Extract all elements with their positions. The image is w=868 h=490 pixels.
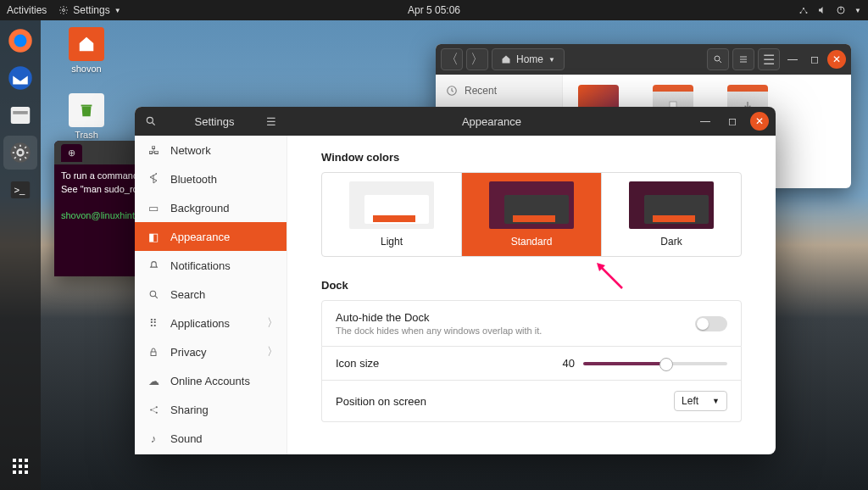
power-icon bbox=[836, 5, 846, 15]
svg-point-8 bbox=[8, 66, 32, 90]
section-dock: Dock bbox=[321, 279, 742, 292]
theme-standard[interactable]: Standard bbox=[462, 173, 602, 256]
search-icon bbox=[713, 54, 723, 64]
gear-icon bbox=[58, 5, 69, 15]
trash-icon bbox=[77, 101, 96, 120]
dock-terminal[interactable]: >_ bbox=[3, 173, 37, 207]
svg-rect-10 bbox=[13, 111, 28, 114]
settings-title: Settings bbox=[195, 115, 235, 128]
iconsize-label: Icon size bbox=[336, 357, 379, 370]
maximize-button[interactable]: ◻ bbox=[723, 112, 742, 131]
activities-button[interactable]: Activities bbox=[7, 4, 47, 16]
svg-point-28 bbox=[150, 409, 152, 410]
clock-icon bbox=[446, 85, 458, 97]
list-icon bbox=[738, 54, 748, 64]
settings-hamburger[interactable]: ☰ bbox=[260, 110, 282, 132]
svg-point-7 bbox=[14, 35, 27, 47]
cloud-icon: ☁ bbox=[147, 374, 160, 387]
apps-grid-icon bbox=[13, 459, 28, 474]
iconsize-slider[interactable] bbox=[583, 362, 727, 365]
home-icon bbox=[501, 54, 511, 64]
dock-settings[interactable] bbox=[3, 136, 37, 170]
maximize-button[interactable]: ◻ bbox=[805, 50, 824, 69]
svg-line-26 bbox=[155, 296, 158, 298]
status-area[interactable]: ▼ bbox=[798, 5, 861, 15]
search-icon bbox=[147, 287, 160, 301]
view-menu-button[interactable]: ☰ bbox=[758, 48, 780, 70]
path-bar[interactable]: Home ▼ bbox=[492, 48, 565, 70]
dock: >_ bbox=[0, 20, 41, 490]
row-iconsize: Icon size 40 bbox=[321, 347, 742, 381]
network-icon: 🖧 bbox=[147, 143, 160, 157]
settings-search-button[interactable] bbox=[140, 110, 162, 132]
dock-files[interactable] bbox=[3, 98, 37, 132]
svg-point-29 bbox=[155, 406, 157, 408]
autohide-label: Auto-hide the Dock bbox=[336, 311, 542, 324]
theme-selector: Light Standard Dark bbox=[321, 172, 742, 257]
gnome-topbar: Activities Settings ▼ Apr 5 05:06 ▼ bbox=[0, 0, 868, 20]
iconsize-value: 40 bbox=[563, 357, 575, 370]
dock-thunderbird[interactable] bbox=[3, 61, 37, 95]
settings-titlebar: Settings ☰ Appearance — ◻ ✕ bbox=[135, 107, 776, 136]
settings-sidebar: 🖧Network Bluetooth ▭Background ◧Appearan… bbox=[135, 136, 287, 454]
app-menu[interactable]: Settings ▼ bbox=[58, 4, 120, 16]
svg-point-0 bbox=[63, 9, 65, 12]
sidebar-item-background[interactable]: ▭Background bbox=[135, 193, 287, 222]
minimize-button[interactable]: — bbox=[783, 50, 802, 69]
close-button[interactable]: ✕ bbox=[827, 50, 846, 69]
sidebar-item-sound[interactable]: ♪Sound bbox=[135, 424, 287, 453]
settings-panel-title: Appearance bbox=[287, 115, 696, 128]
desktop-home-folder[interactable]: shovon bbox=[61, 27, 112, 74]
chevron-right-icon: 〉 bbox=[267, 315, 278, 331]
forward-button[interactable]: 〉 bbox=[466, 48, 488, 70]
svg-text:>_: >_ bbox=[14, 185, 26, 195]
sidebar-item-sharing[interactable]: Sharing bbox=[135, 395, 287, 424]
theme-thumb-dark bbox=[629, 181, 714, 229]
svg-rect-27 bbox=[151, 352, 156, 356]
row-autohide: Auto-hide the Dock The dock hides when a… bbox=[321, 300, 742, 347]
theme-light[interactable]: Light bbox=[322, 173, 462, 256]
network-icon bbox=[798, 5, 809, 15]
background-icon: ▭ bbox=[147, 201, 160, 214]
settings-window[interactable]: Settings ☰ Appearance — ◻ ✕ 🖧Network Blu… bbox=[135, 107, 776, 454]
sidebar-item-privacy[interactable]: Privacy〉 bbox=[135, 337, 287, 366]
svg-rect-9 bbox=[11, 107, 31, 124]
chevron-down-icon: ▼ bbox=[712, 397, 720, 405]
terminal-tab[interactable]: ⊕ bbox=[61, 144, 82, 162]
svg-point-23 bbox=[147, 117, 153, 123]
autohide-switch[interactable] bbox=[695, 316, 727, 331]
search-button[interactable] bbox=[707, 48, 729, 70]
sidebar-item-bluetooth[interactable]: Bluetooth bbox=[135, 164, 287, 193]
files-headerbar: 〈 〉 Home ▼ ☰ — ◻ ✕ bbox=[436, 44, 851, 75]
sidebar-item-network[interactable]: 🖧Network bbox=[135, 136, 287, 164]
sidebar-item-applications[interactable]: ⠿Applications〉 bbox=[135, 309, 287, 337]
clock[interactable]: Apr 5 05:06 bbox=[408, 4, 460, 16]
back-button[interactable]: 〈 bbox=[441, 48, 463, 70]
position-select[interactable]: Left ▼ bbox=[674, 391, 727, 411]
appearance-icon: ◧ bbox=[147, 230, 160, 243]
search-icon bbox=[145, 115, 157, 127]
row-position: Position on screen Left ▼ bbox=[321, 381, 742, 422]
chevron-right-icon: 〉 bbox=[267, 344, 278, 359]
position-label: Position on screen bbox=[336, 395, 426, 408]
dock-show-apps[interactable] bbox=[3, 449, 37, 483]
volume-icon bbox=[817, 5, 827, 15]
dock-firefox[interactable] bbox=[3, 24, 37, 58]
autohide-subtitle: The dock hides when any windows overlap … bbox=[336, 326, 542, 336]
sidebar-item-online-accounts[interactable]: ☁Online Accounts bbox=[135, 366, 287, 395]
bluetooth-icon bbox=[147, 172, 160, 186]
svg-point-16 bbox=[715, 56, 720, 61]
sidebar-item-notifications[interactable]: Notifications bbox=[135, 251, 287, 280]
sidebar-item-search[interactable]: Search bbox=[135, 280, 287, 309]
svg-point-30 bbox=[155, 411, 157, 413]
sidebar-recent[interactable]: Recent bbox=[436, 80, 562, 102]
view-list-button[interactable] bbox=[732, 48, 754, 70]
home-icon bbox=[77, 35, 96, 53]
theme-dark[interactable]: Dark bbox=[602, 173, 741, 256]
minimize-button[interactable]: — bbox=[696, 112, 715, 131]
sidebar-item-appearance[interactable]: ◧Appearance bbox=[135, 222, 287, 251]
svg-line-17 bbox=[720, 61, 722, 64]
close-button[interactable]: ✕ bbox=[750, 112, 769, 131]
desktop-trash[interactable]: Trash bbox=[61, 93, 112, 140]
share-icon bbox=[147, 403, 160, 416]
